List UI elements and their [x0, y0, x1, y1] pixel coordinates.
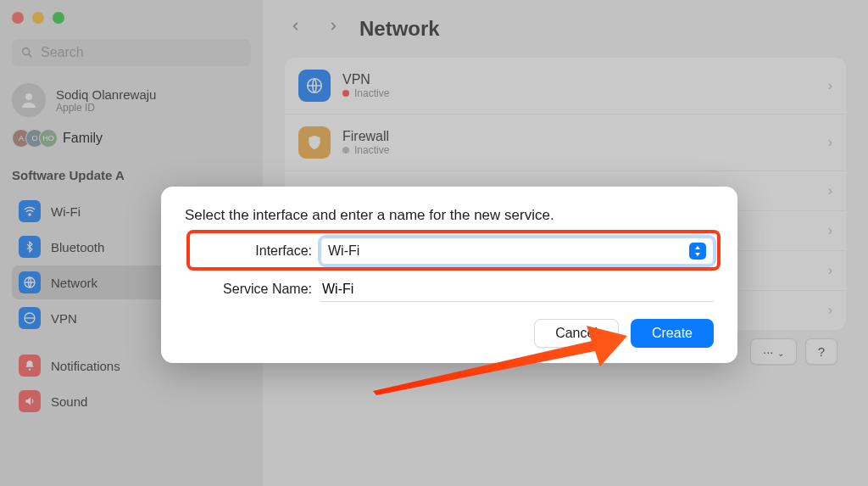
updown-caret-icon [689, 243, 706, 260]
interface-label: Interface: [185, 243, 320, 259]
cancel-button[interactable]: Cancel [534, 319, 619, 348]
new-service-dialog: Select the interface and enter a name fo… [161, 187, 737, 363]
interface-selected-value: Wi-Fi [328, 243, 359, 259]
create-button[interactable]: Create [631, 319, 714, 348]
service-name-input[interactable] [320, 277, 714, 302]
service-name-label: Service Name: [185, 282, 320, 297]
dialog-prompt: Select the interface and enter a name fo… [185, 207, 714, 224]
interface-select[interactable]: Wi-Fi [320, 237, 714, 265]
